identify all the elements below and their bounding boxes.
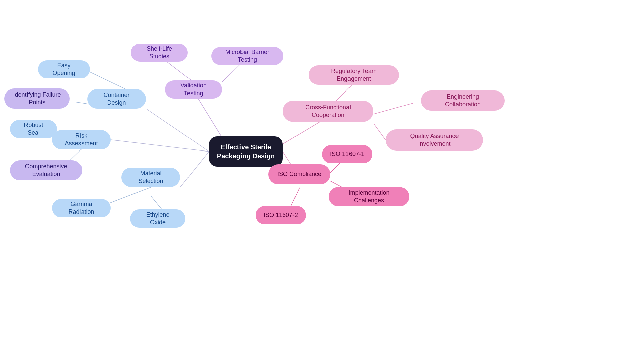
container-design-node: Container Design bbox=[87, 89, 146, 109]
center-node: Effective Sterile Packaging Design bbox=[209, 136, 283, 167]
risk-assessment-node: Risk Assessment bbox=[52, 130, 111, 149]
iso-11607-2-node: ISO 11607-2 bbox=[256, 206, 306, 224]
validation-testing-node: Validation Testing bbox=[165, 80, 222, 99]
microbial-barrier-node: Microbial Barrier Testing bbox=[211, 47, 283, 65]
gamma-radiation-node: Gamma Radiation bbox=[52, 199, 111, 217]
svg-line-2 bbox=[180, 152, 209, 187]
iso-11607-1-node: ISO 11607-1 bbox=[322, 145, 372, 163]
iso-compliance-node: ISO Compliance bbox=[268, 164, 330, 184]
svg-line-15 bbox=[374, 103, 413, 114]
robust-seal-node: Robust Seal bbox=[10, 120, 57, 138]
implementation-challenges-node: Implementation Challenges bbox=[329, 187, 409, 206]
svg-line-1 bbox=[111, 140, 209, 152]
identifying-failure-node: Identifying Failure Points bbox=[4, 88, 70, 109]
svg-line-0 bbox=[146, 109, 209, 152]
shelf-life-node: Shelf-Life Studies bbox=[131, 44, 188, 62]
svg-line-16 bbox=[374, 124, 386, 140]
regulatory-team-node: Regulatory Team Engagement bbox=[309, 65, 399, 85]
qa-involvement-node: Quality Assurance Involvement bbox=[386, 129, 483, 151]
cross-functional-node: Cross-Functional Cooperation bbox=[283, 101, 373, 122]
comprehensive-eval-node: Comprehensive Evaluation bbox=[10, 160, 82, 180]
ethylene-oxide-node: Ethylene Oxide bbox=[130, 209, 185, 228]
material-selection-node: Material Selection bbox=[121, 168, 180, 187]
easy-opening-node: Easy Opening bbox=[38, 60, 90, 78]
engineering-collab-node: Engineering Collaboration bbox=[421, 90, 505, 111]
